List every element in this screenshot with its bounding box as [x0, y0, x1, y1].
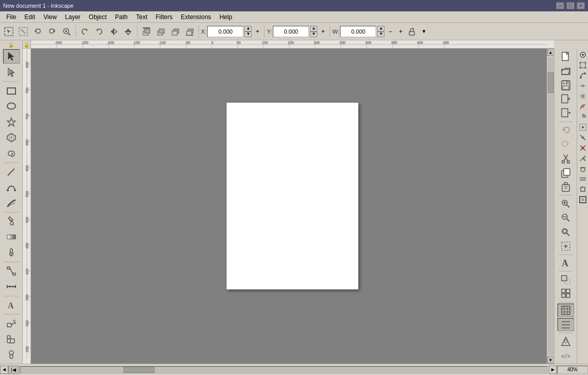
select-tool-btn[interactable]: [3, 49, 20, 64]
ellipse-tool-btn[interactable]: [3, 99, 20, 113]
x-spinner[interactable]: ▲ ▼: [244, 26, 252, 37]
undo-btn[interactable]: [558, 124, 574, 137]
snap-page-btn[interactable]: [578, 195, 587, 204]
snap-midpoint-btn[interactable]: [578, 133, 587, 142]
node-tool-btn[interactable]: [3, 65, 20, 79]
calligraphy-tool-btn[interactable]: [3, 196, 20, 210]
zoom-fit-btn[interactable]: [558, 226, 574, 238]
tile-btn[interactable]: [558, 287, 574, 300]
zoom-select-btn[interactable]: [558, 239, 574, 252]
menu-object[interactable]: Object: [85, 12, 111, 22]
menu-view[interactable]: View: [39, 12, 61, 22]
close-button[interactable]: ×: [577, 2, 585, 9]
y-up-btn[interactable]: ▲: [310, 26, 317, 32]
w-plus-btn[interactable]: +: [396, 25, 405, 38]
snap-angle-btn[interactable]: [578, 112, 587, 122]
snap-enable-btn[interactable]: [578, 50, 587, 59]
x-down-btn[interactable]: ▼: [244, 32, 252, 37]
vscroll-track[interactable]: [548, 57, 554, 355]
export-btn[interactable]: [558, 107, 574, 120]
toolbar-dropdown-btn[interactable]: ▼: [419, 25, 429, 38]
3dbox-tool-btn[interactable]: [3, 130, 20, 145]
menu-file[interactable]: File: [2, 12, 20, 22]
deselect-btn[interactable]: [17, 25, 30, 38]
import-btn[interactable]: [558, 93, 574, 106]
copy-btn[interactable]: [558, 166, 574, 179]
spiral-tool-btn[interactable]: [3, 146, 20, 160]
eyedropper2-tool-btn[interactable]: [3, 348, 20, 362]
bezier-tool-btn[interactable]: [3, 180, 20, 194]
w-spinner[interactable]: ▲ ▼: [377, 26, 384, 37]
eraser-tool-btn[interactable]: [3, 332, 20, 346]
x-input[interactable]: [207, 26, 243, 37]
grid-btn[interactable]: [558, 304, 574, 317]
snap-intersection-btn[interactable]: [578, 143, 587, 153]
text-panel-btn[interactable]: A: [558, 256, 574, 269]
x-up-btn[interactable]: ▲: [244, 26, 252, 32]
rotate-ccw-btn[interactable]: [78, 25, 91, 38]
y-down-btn[interactable]: ▼: [310, 32, 317, 37]
flip-v-btn[interactable]: [121, 25, 135, 38]
connector-tool-btn[interactable]: [3, 264, 20, 278]
undo-toolbar-btn[interactable]: [31, 25, 44, 38]
canvas-area[interactable]: ▲ ▼: [31, 49, 554, 364]
vscroll-down-btn[interactable]: ▼: [547, 356, 554, 364]
vscroll-thumb[interactable]: [548, 72, 554, 93]
lower-btn[interactable]: [168, 25, 182, 38]
redo-toolbar-btn[interactable]: [45, 25, 59, 38]
snap-bbox-btn[interactable]: [578, 61, 587, 70]
menu-help[interactable]: Help: [215, 12, 237, 22]
zoom-in-toolbar-btn[interactable]: [60, 25, 73, 38]
y-plus-btn[interactable]: +: [318, 25, 328, 38]
menu-path[interactable]: Path: [111, 12, 132, 22]
spray-tool-btn[interactable]: [3, 316, 20, 331]
text-tool-btn[interactable]: A: [3, 298, 20, 312]
hscroll-thumb[interactable]: [123, 367, 154, 373]
w-up-btn[interactable]: ▲: [377, 26, 384, 32]
hscrollbar-track[interactable]: [20, 366, 548, 373]
align-btn[interactable]: [558, 318, 574, 331]
minimize-button[interactable]: ─: [556, 2, 564, 9]
lower-bottom-btn[interactable]: [183, 25, 196, 38]
menu-text[interactable]: Text: [132, 12, 151, 22]
menu-extensions[interactable]: Extensions: [177, 12, 215, 22]
menu-layer[interactable]: Layer: [61, 12, 85, 22]
cut-btn[interactable]: [558, 152, 574, 165]
snap-grid-btn[interactable]: [578, 92, 587, 101]
snap-perp-btn[interactable]: [578, 154, 587, 163]
vscrollbar[interactable]: ▲ ▼: [547, 49, 554, 364]
snap-nodes-btn[interactable]: [578, 71, 587, 80]
menu-edit[interactable]: Edit: [20, 12, 39, 22]
scroll-start-btn[interactable]: |◀: [8, 366, 19, 374]
w-input[interactable]: [340, 26, 376, 37]
paste-btn[interactable]: [558, 181, 574, 193]
snap-path-btn[interactable]: [578, 102, 587, 111]
eyedropper-tool-btn[interactable]: [3, 246, 20, 260]
open-btn[interactable]: [558, 64, 574, 77]
menu-filters[interactable]: Filters: [151, 12, 177, 22]
w-minus-btn[interactable]: −: [385, 25, 395, 38]
flip-h-btn[interactable]: [107, 25, 120, 38]
rect-tool-btn[interactable]: [3, 83, 20, 98]
hscroll-left-btn[interactable]: ◀: [0, 366, 8, 374]
hscroll-right-btn[interactable]: ▶: [549, 366, 557, 374]
transform-btn[interactable]: [558, 335, 574, 348]
xml-editor-btn[interactable]: </>: [558, 349, 574, 362]
clone-btn[interactable]: [558, 273, 574, 286]
snap-object-btn[interactable]: [578, 185, 587, 194]
y-input[interactable]: [273, 26, 309, 37]
bucket-tool-btn[interactable]: [3, 214, 20, 229]
y-spinner[interactable]: ▲ ▼: [310, 26, 317, 37]
maximize-button[interactable]: □: [566, 2, 575, 9]
snap-equal-btn[interactable]: [578, 174, 587, 184]
zoom-out-btn[interactable]: [558, 211, 574, 224]
rotate-cw-btn[interactable]: [92, 25, 106, 38]
gradient-tool-btn[interactable]: [3, 230, 20, 244]
new-document-btn[interactable]: [558, 50, 574, 63]
lock-aspect-btn[interactable]: [406, 26, 417, 37]
redo-btn[interactable]: [558, 138, 574, 151]
select-all-btn[interactable]: [2, 25, 16, 38]
raise-top-btn[interactable]: [140, 25, 153, 38]
star-tool-btn[interactable]: [3, 115, 20, 129]
zoom-in-btn[interactable]: [558, 197, 574, 210]
